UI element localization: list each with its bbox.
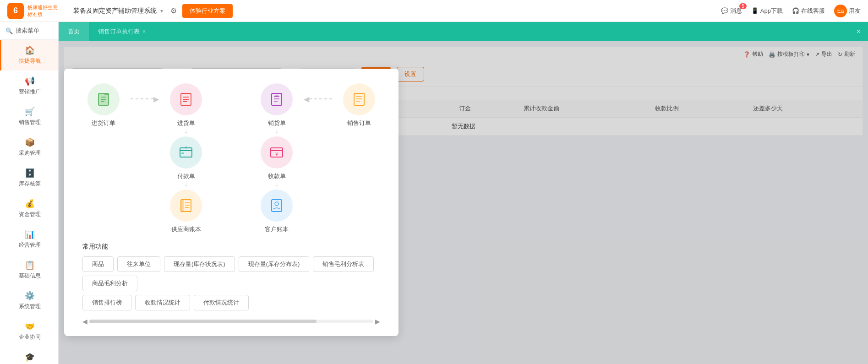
headset-icon: 🎧 xyxy=(792,7,799,14)
user-item[interactable]: Ea 用友 xyxy=(834,5,861,17)
system-icon: ⚙️ xyxy=(25,291,35,301)
finance-icon: 💰 xyxy=(25,199,35,209)
top-right: 💬 消息 5 📱 App下载 🎧 在线客服 Ea 用友 xyxy=(721,5,861,17)
purchase-order-label: 进货订单 xyxy=(92,119,115,127)
flow-node-receipt[interactable]: ¥ 收款单 xyxy=(261,136,293,180)
func-buttons-row2: 销售排行榜 收款情况统计 付款情况统计 xyxy=(82,295,380,310)
svg-point-31 xyxy=(275,202,278,206)
sidebar-item-purchase[interactable]: 📦 采购管理 xyxy=(0,132,58,163)
flow-node-payment[interactable]: ¥ 付款单 xyxy=(170,136,202,180)
svg-text:¥: ¥ xyxy=(185,146,187,149)
svg-rect-18 xyxy=(180,148,192,157)
func-btn-2[interactable]: 现存量(库存状况表) xyxy=(164,256,235,272)
flow-node-purchase-order[interactable]: 进货订单 xyxy=(87,83,120,127)
close-all-tabs[interactable]: × xyxy=(849,27,868,36)
sidebar-item-newbie[interactable]: 🎓 新手引导 xyxy=(0,347,58,364)
purchase-bill-circle xyxy=(170,83,202,115)
sidebar-item-sales[interactable]: 🛒 销售管理 xyxy=(0,101,58,132)
func-btn-7[interactable]: 收款情况统计 xyxy=(135,295,190,310)
receipt-circle: ¥ xyxy=(261,136,293,168)
logo-icon: 6 xyxy=(7,3,24,19)
func-btn-4[interactable]: 销售毛利分析表 xyxy=(313,256,374,272)
svg-text:¥: ¥ xyxy=(275,152,278,157)
svg-rect-13 xyxy=(275,95,278,97)
purchase-order-circle xyxy=(87,83,120,115)
scrollbar-thumb xyxy=(89,320,317,323)
tab-sales-order[interactable]: 销售订单执行表 × xyxy=(89,22,155,41)
avatar: Ea xyxy=(834,5,847,17)
payment-label: 付款单 xyxy=(177,172,195,180)
modal-overlay[interactable]: 进货订单 ▶ xyxy=(59,41,868,364)
logo-area: 6 畅康通好生意 标准版 xyxy=(7,3,66,19)
scroll-right-icon[interactable]: ▶ xyxy=(375,318,380,325)
flow-node-supplier-ledger[interactable]: 供应商账本 xyxy=(170,190,202,234)
app-download-item[interactable]: 📱 App下载 xyxy=(751,7,783,15)
basic-icon: 📋 xyxy=(25,260,35,270)
func-btn-5[interactable]: 商品毛利分析 xyxy=(82,276,137,291)
online-service-item[interactable]: 🎧 在线客服 xyxy=(792,7,825,15)
sales-order-circle xyxy=(343,83,375,115)
receipt-label: 收款单 xyxy=(268,172,286,180)
phone-icon: 📱 xyxy=(751,7,759,14)
newbie-icon: 🎓 xyxy=(25,352,35,362)
inventory-icon: 🗄️ xyxy=(25,168,35,178)
func-btn-6[interactable]: 销售排行榜 xyxy=(82,295,131,310)
sidebar-item-system[interactable]: ⚙️ 系统管理 xyxy=(0,285,58,316)
func-btn-0[interactable]: 商品 xyxy=(82,256,114,272)
sidebar-item-inventory[interactable]: 🗄️ 库存核算 xyxy=(0,163,58,193)
func-btn-8[interactable]: 付款情况统计 xyxy=(194,295,249,310)
search-icon: 🔍 xyxy=(5,27,13,34)
scroll-left-icon[interactable]: ◀ xyxy=(82,318,87,325)
logo-text: 畅康通好生意 标准版 xyxy=(27,4,58,17)
tab-bar: 首页 销售订单执行表 × × xyxy=(59,22,868,41)
arrow-po-pb: ▶ xyxy=(131,95,159,116)
svg-rect-26 xyxy=(181,200,184,212)
sidebar-item-marketing[interactable]: 📢 营销推广 xyxy=(0,71,58,101)
flow-node-purchase-bill[interactable]: 进货单 xyxy=(170,83,202,127)
sales-bill-circle xyxy=(261,83,293,115)
flow-node-customer-ledger[interactable]: 客户账本 xyxy=(261,190,293,234)
sales-icon: 🛒 xyxy=(25,107,35,117)
modal-scrollbar: ◀ ▶ xyxy=(82,318,380,325)
common-func-title: 常用功能 xyxy=(82,243,380,251)
page-content: ❓ 帮助 🖨️ 按模板打印 ▾ ↗ 导出 xyxy=(59,41,868,364)
flow-node-sales-order[interactable]: 销售订单 xyxy=(343,83,375,127)
experience-btn[interactable]: 体验行业方案 xyxy=(182,4,233,18)
sidebar-item-quick-nav[interactable]: 🏠 快捷导航 xyxy=(0,40,58,71)
marketing-icon: 📢 xyxy=(25,76,35,86)
main-area: 🔍 搜索菜单 🏠 快捷导航 📢 营销推广 🛒 销售管理 📦 采购管理 🗄️ xyxy=(0,22,868,364)
purchase-icon: 📦 xyxy=(25,137,35,147)
tab-home[interactable]: 首页 xyxy=(59,22,89,41)
purchase-bill-label: 进货单 xyxy=(177,119,195,127)
sidebar-search[interactable]: 🔍 搜索菜单 xyxy=(0,22,58,40)
func-buttons: 商品 往来单位 现存量(库存状况表) 现存量(库存分布表) 销售毛利分析表 商品… xyxy=(82,256,380,291)
sidebar-item-enterprise[interactable]: 🤝 企业协同 xyxy=(0,316,58,347)
home-icon: 🏠 xyxy=(25,45,35,55)
scrollbar-track[interactable] xyxy=(89,320,373,323)
dropdown-arrow-icon[interactable]: ▾ xyxy=(160,8,163,14)
svg-rect-14 xyxy=(354,93,364,105)
sidebar-item-operation[interactable]: 📊 经营管理 xyxy=(0,224,58,255)
payment-circle: ¥ xyxy=(170,136,202,168)
flow-node-sales-bill[interactable]: 销货单 xyxy=(261,83,293,127)
sales-bill-label: 销货单 xyxy=(268,119,286,127)
content-area: 首页 销售订单执行表 × × ❓ 帮助 xyxy=(59,22,868,364)
sales-order-label: 销售订单 xyxy=(347,119,371,127)
gear-icon[interactable]: ⚙ xyxy=(170,6,177,15)
arrow-so-sb: ◀ xyxy=(304,95,332,116)
func-btn-3[interactable]: 现存量(库存分布表) xyxy=(239,256,310,272)
sidebar-item-finance[interactable]: 💰 资金管理 xyxy=(0,193,58,224)
supplier-ledger-label: 供应商账本 xyxy=(171,225,201,234)
tab-close-icon[interactable]: × xyxy=(142,28,146,35)
message-item[interactable]: 💬 消息 5 xyxy=(721,7,742,15)
app-wrapper: 6 畅康通好生意 标准版 装备及固定资产辅助管理系统 ▾ ⚙ 体验行业方案 💬 … xyxy=(0,0,868,364)
sidebar: 🔍 搜索菜单 🏠 快捷导航 📢 营销推广 🛒 销售管理 📦 采购管理 🗄️ xyxy=(0,22,59,364)
supplier-ledger-circle xyxy=(170,190,202,222)
enterprise-icon: 🤝 xyxy=(25,321,35,331)
sidebar-item-basic[interactable]: 📋 基础信息 xyxy=(0,255,58,285)
operation-icon: 📊 xyxy=(25,229,35,239)
system-title: 装备及固定资产辅助管理系统 ▾ ⚙ xyxy=(73,6,177,15)
customer-ledger-label: 客户账本 xyxy=(265,225,289,234)
func-btn-1[interactable]: 往来单位 xyxy=(117,256,160,272)
customer-ledger-circle xyxy=(261,190,293,222)
